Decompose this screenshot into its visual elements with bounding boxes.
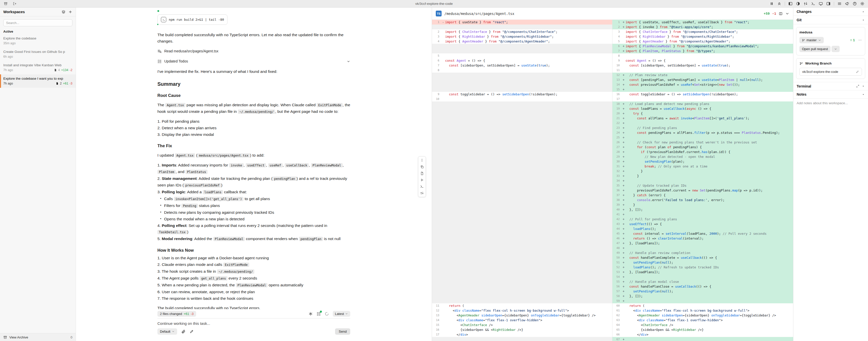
changes-label: Changes (797, 10, 812, 14)
diff-marker: + (622, 25, 626, 29)
list-item: •Opens the modal when a new plan is dete… (157, 216, 350, 222)
line-number: 24 (612, 131, 622, 134)
git-section-header[interactable]: Git (793, 16, 868, 24)
code-line: setPendingPlan(null); (626, 260, 793, 265)
terminal-section-header[interactable]: Terminal (793, 82, 868, 90)
copy-icon[interactable] (420, 164, 424, 169)
monitor-icon[interactable] (819, 2, 823, 6)
view-archive-button[interactable]: View Archive 0 (0, 333, 76, 341)
diff-marker: - (441, 20, 445, 24)
new-diff-row: 61 <div className="flex flex-col h-scree… (612, 308, 793, 313)
file-icon[interactable] (420, 171, 424, 176)
line-number: 16 (432, 328, 441, 331)
diff-old-column[interactable]: 1-import { useState } from "react";2impo… (432, 20, 612, 341)
new-diff-row: 63 <div className="flex flex-1 overflow-… (612, 318, 793, 322)
git-compare-icon[interactable] (803, 2, 808, 6)
toggle-left-panel-icon[interactable] (788, 2, 793, 6)
old-diff-row (432, 246, 612, 250)
git-compare-icon[interactable] (420, 191, 424, 195)
list-item: 1. Imports: Added necessary imports for … (157, 162, 350, 175)
caret-down-icon (862, 93, 865, 96)
line-number: 32 (612, 169, 622, 173)
markdown-h2: Summary (157, 81, 350, 87)
terminal-icon[interactable] (811, 2, 815, 6)
workspace-item[interactable]: Explore the codebase I want you to exp7h… (0, 74, 76, 88)
workspace-item[interactable]: Install and integrate Vibe Kanban Web7h … (0, 61, 76, 74)
line-number: 42 (612, 218, 622, 221)
toggle-right-panel-icon[interactable] (826, 2, 831, 6)
chevron-down-icon[interactable] (785, 12, 789, 16)
theme-toggle-icon[interactable] (796, 2, 800, 6)
diff-file-header[interactable]: TS /medusa/medusa/src/pages/Agent.tsx +5… (432, 8, 793, 20)
workspace-item[interactable]: Explore the codebase35m ago (0, 34, 76, 48)
tool-call-term[interactable]: npm run build 2>&1 | tail -80 (157, 14, 227, 25)
new-diff-row: 52+ loadPlans(); // Refresh to update tr… (612, 265, 793, 270)
old-diff-row (432, 270, 612, 275)
diff-marker: + (622, 73, 626, 77)
branch-selector[interactable]: master (799, 37, 824, 43)
archive-icon[interactable] (3, 1, 8, 6)
tool-call-todos[interactable]: Updated Todos (157, 58, 350, 64)
settings-gear-icon[interactable] (860, 2, 864, 6)
pen-icon[interactable] (190, 329, 194, 334)
git-panel: Changes Git medusa master 1 (793, 8, 868, 341)
new-diff-row: 62 <AgentHeader sidebarOpen={sidebarOpen… (612, 313, 793, 318)
tool-call-read[interactable]: Read medusa/src/pages/Agent.tsx (157, 48, 350, 54)
collapse-all-icon[interactable] (777, 2, 781, 6)
sign-out-icon[interactable] (12, 1, 17, 6)
diff-marker: + (622, 174, 626, 178)
notes-section-header[interactable]: Notes (793, 90, 868, 99)
message-input[interactable] (157, 321, 350, 326)
diff-marker: + (622, 289, 626, 293)
chevron-down-icon[interactable] (347, 60, 350, 63)
drag-handle-icon[interactable] (420, 158, 424, 163)
help-icon[interactable] (852, 2, 857, 6)
new-diff-row: 56+ const handlePlanClose = useCallback(… (612, 284, 793, 289)
send-button[interactable]: Send (335, 328, 350, 335)
pull-request-dropdown[interactable] (832, 46, 840, 52)
version-dropdown[interactable]: Latest (333, 311, 350, 317)
new-diff-row: 55+ // Handle plan modal close (612, 279, 793, 284)
workspace-item-time: 6h ago (3, 55, 13, 58)
terminal-icon[interactable] (420, 184, 424, 189)
announcement-icon[interactable] (845, 2, 849, 6)
diff-marker: + (622, 251, 626, 255)
files-changed-badge[interactable]: 2 files changed +61 -3 (157, 311, 196, 317)
spark-icon[interactable] (308, 312, 313, 316)
attach-icon[interactable] (181, 329, 185, 334)
diff-marker: + (622, 256, 626, 259)
split-view-icon[interactable] (779, 12, 783, 16)
new-diff-row: 29+ // New plan detected - open the moda… (612, 154, 793, 159)
open-pull-request-button[interactable]: Open pull request (799, 46, 831, 52)
inline-code: loadPlans (203, 190, 223, 194)
code-line: const interval = setInterval(loadPlans, … (626, 232, 793, 236)
line-number: 54 (612, 275, 622, 279)
old-diff-row: 2import { ChatInterface } from "@/compon… (432, 29, 612, 34)
new-diff-row: 3import { ChatInterface } from "@/compon… (612, 29, 793, 34)
model-dropdown[interactable]: Default (157, 328, 177, 335)
old-diff-row (432, 87, 612, 92)
diff-deletions: -1 (772, 12, 776, 16)
edit-branch-icon[interactable] (856, 70, 859, 73)
layers-icon[interactable] (61, 10, 66, 14)
workspace-item[interactable]: Create Good First Issues on Github So p6… (0, 48, 76, 61)
todos-icon[interactable] (317, 312, 321, 316)
more-options-icon[interactable] (858, 38, 862, 42)
menu-icon[interactable] (837, 2, 842, 6)
changes-section-header[interactable]: Changes (793, 8, 868, 16)
diff-marker: + (622, 285, 626, 288)
search-input[interactable] (3, 19, 72, 26)
play-icon[interactable] (420, 178, 424, 182)
pause-icon[interactable] (770, 2, 774, 6)
chat-scroll[interactable]: npm run build 2>&1 | tail -80The build c… (76, 8, 432, 309)
line-number: 3 (432, 35, 441, 38)
line-number: 58 (612, 294, 622, 298)
line-number: 66 (612, 333, 622, 336)
diff-new-column[interactable]: 1+import { useState, useEffect, useRef, … (612, 20, 793, 341)
notes-placeholder[interactable]: Add notes about this workspace... (793, 99, 868, 107)
line-number: 18 (612, 102, 622, 105)
line-number: 33 (612, 174, 622, 178)
working-branch-input[interactable]: vk/3ccf-explore-the-code (799, 68, 862, 75)
add-workspace-button[interactable] (68, 10, 72, 14)
old-diff-row (432, 178, 612, 183)
